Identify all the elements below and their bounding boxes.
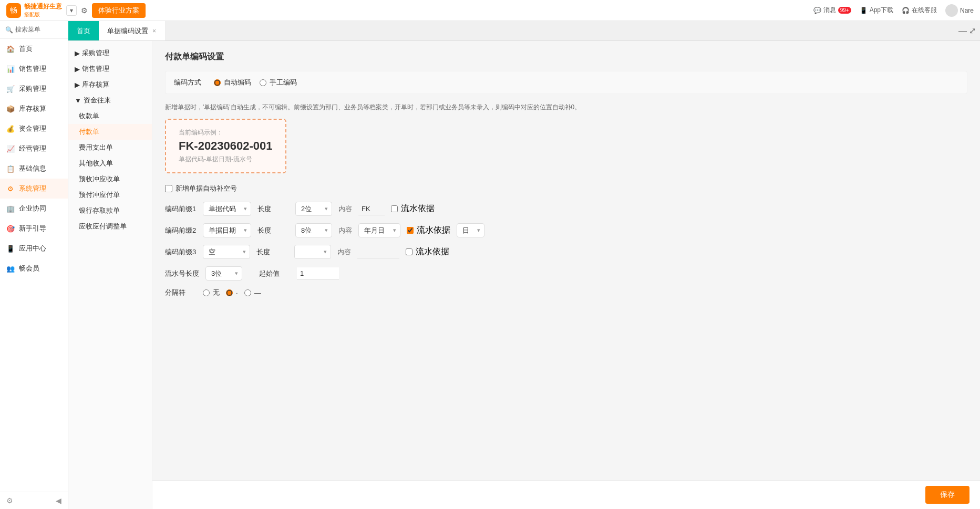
subnav-arrow-capital: ▼ <box>75 97 81 105</box>
prefix2-content-select[interactable]: 年月日 <box>358 223 400 237</box>
tab-document-code-settings[interactable]: 单据编码设置 × <box>99 21 166 40</box>
subnav-item-prepaid-offset[interactable]: 预收冲应收单 <box>68 171 152 187</box>
serial-length-select[interactable]: 3位 <box>205 266 242 281</box>
sidebar-search[interactable]: 🔍 搜索菜单 <box>0 21 68 39</box>
sidebar-item-member[interactable]: 👥 畅会员 <box>0 258 68 278</box>
subnav-item-bank[interactable]: 银行存取款单 <box>68 203 152 219</box>
prefix3-length-wrapper <box>294 245 331 259</box>
tab-minimize-button[interactable]: — <box>958 26 967 36</box>
online-service-button[interactable]: 🎧 在线客服 <box>902 6 937 15</box>
prefix1-flowing-checkbox[interactable] <box>391 205 398 212</box>
prefix1-content-input[interactable] <box>358 203 385 215</box>
prefix2-select-wrapper: 单据日期 <box>203 223 251 237</box>
operations-icon: 📈 <box>6 144 15 153</box>
settings-button[interactable]: ⚙ <box>81 6 88 15</box>
sidebar-item-basic[interactable]: 📋 基础信息 <box>0 159 68 179</box>
prefix2-flowing-checkbox[interactable] <box>407 227 414 234</box>
sidebar-footer-settings[interactable]: ⚙ <box>6 496 13 505</box>
subnav-group-sales[interactable]: ▶ 销售管理 <box>68 61 152 77</box>
sidebar-item-system[interactable]: ⚙ 系统管理 <box>0 179 68 199</box>
manual-code-radio[interactable] <box>260 79 266 86</box>
sidebar-collapse-button[interactable]: ◀ <box>56 496 61 505</box>
subnav-group-capital[interactable]: ▼ 资金往来 <box>68 92 152 108</box>
top-bar-left: 畅 畅捷通好生意 搭配版 ▾ ⚙ 体验行业方案 <box>6 2 146 18</box>
chevron-button[interactable]: ▾ <box>66 5 77 16</box>
sidebar-item-finance[interactable]: 💰 资金管理 <box>0 119 68 139</box>
sidebar-item-inventory[interactable]: 📦 库存核算 <box>0 99 68 119</box>
sidebar-item-enterprise[interactable]: 🏢 企业协同 <box>0 199 68 219</box>
prefix-row-2: 编码前缀2 单据日期 长度 8位 内容 <box>165 223 967 237</box>
subnav-item-receipts[interactable]: 收款单 <box>68 108 152 124</box>
prefix3-select[interactable]: 空 <box>203 245 250 259</box>
sidebar-item-apps[interactable]: 📱 应用中心 <box>0 238 68 258</box>
sep-dot-radio[interactable] <box>226 289 233 296</box>
tab-bar-actions: — ⤢ <box>954 26 980 36</box>
prefix3-flowing-check[interactable]: 流水依据 <box>406 246 449 257</box>
prefix2-content-select-wrapper: 年月日 <box>358 223 400 237</box>
prefix3-length-select[interactable] <box>294 245 331 259</box>
subnav-item-expenses[interactable]: 费用支出单 <box>68 140 152 155</box>
prefix1-select-wrapper: 单据代码 <box>203 202 251 216</box>
separator-row: 分隔符 无 · — <box>165 288 967 297</box>
subnav-item-prepayment-offset[interactable]: 预付冲应付单 <box>68 187 152 203</box>
subnav-group-inventory[interactable]: ▶ 库存核算 <box>68 77 152 92</box>
sep-dot-option[interactable]: · <box>226 289 238 297</box>
auto-fill-checkbox[interactable] <box>165 185 172 192</box>
sidebar-item-purchase[interactable]: 🛒 采购管理 <box>0 79 68 99</box>
sep-dash-option[interactable]: — <box>244 289 261 297</box>
page-title: 付款单编码设置 <box>165 51 967 63</box>
sep-dash-radio[interactable] <box>244 289 251 296</box>
purchase-icon: 🛒 <box>6 85 15 93</box>
user-menu[interactable]: Nare <box>945 4 974 17</box>
subnav-item-adjustment[interactable]: 应收应付调整单 <box>68 219 152 234</box>
subnav-group-purchase[interactable]: ▶ 采购管理 <box>68 45 152 61</box>
sidebar-item-operations[interactable]: 📈 经营管理 <box>0 139 68 159</box>
prefix2-length-wrapper: 8位 <box>295 223 332 237</box>
tab-close-button[interactable]: × <box>151 27 157 35</box>
prefix2-length-label: 长度 <box>257 226 289 235</box>
subnav-item-payments[interactable]: 付款单 <box>68 124 152 140</box>
auto-code-option[interactable]: 自动编码 <box>214 78 251 87</box>
main-panel: 付款单编码设置 编码方式 自动编码 手工编码 <box>152 41 980 480</box>
trial-button[interactable]: 体验行业方案 <box>92 3 146 18</box>
sep-none-radio[interactable] <box>203 289 210 296</box>
manual-code-option[interactable]: 手工编码 <box>260 78 297 87</box>
sidebar-item-home[interactable]: 🏠 首页 <box>0 39 68 59</box>
search-icon: 🔍 <box>5 26 13 34</box>
home-icon: 🏠 <box>6 45 15 53</box>
sales-icon: 📊 <box>6 65 15 73</box>
tab-bar: 首页 单据编码设置 × — ⤢ <box>68 21 980 41</box>
prefix3-content-input[interactable] <box>357 246 399 258</box>
subnav-item-other-income[interactable]: 其他收入单 <box>68 155 152 171</box>
prefix1-select[interactable]: 单据代码 <box>203 202 251 216</box>
prefix2-period-select[interactable]: 日 <box>457 223 484 237</box>
prefix2-content-label: 内容 <box>338 226 352 235</box>
prefix2-flowing-check[interactable]: 流水依据 <box>407 225 450 236</box>
system-icon: ⚙ <box>6 184 15 193</box>
sidebar-item-sales[interactable]: 📊 销售管理 <box>0 59 68 79</box>
prefix1-flowing-check[interactable]: 流水依据 <box>391 203 435 214</box>
content-area: 首页 单据编码设置 × — ⤢ ▶ 采购管理 ▶ 销售管理 <box>68 21 980 509</box>
prefix1-length-select[interactable]: 2位 <box>295 202 332 216</box>
app-icon: 📱 <box>860 7 868 14</box>
subnav-arrow-sales: ▶ <box>75 65 80 73</box>
app-download-button[interactable]: 📱 App下载 <box>860 6 893 15</box>
prefix3-flowing-checkbox[interactable] <box>406 248 412 255</box>
start-value-input[interactable] <box>297 267 339 280</box>
message-icon: 💬 <box>813 7 821 14</box>
save-button[interactable]: 保存 <box>925 486 969 504</box>
sep-none-option[interactable]: 无 <box>203 288 220 297</box>
message-button[interactable]: 💬 消息 99+ <box>813 6 851 15</box>
sidebar-item-newbie[interactable]: 🎯 新手引导 <box>0 219 68 238</box>
coding-method-label: 编码方式 <box>174 78 205 87</box>
prefix2-length-select[interactable]: 8位 <box>295 223 332 237</box>
tab-expand-button[interactable]: ⤢ <box>969 26 976 36</box>
prefix2-period-wrapper: 日 <box>457 223 484 237</box>
prefix2-select[interactable]: 单据日期 <box>203 223 251 237</box>
user-avatar <box>945 4 958 17</box>
prefix3-content-label: 内容 <box>337 247 351 257</box>
auto-code-radio[interactable] <box>214 79 221 86</box>
subnav-arrow-purchase: ▶ <box>75 49 80 57</box>
tab-home[interactable]: 首页 <box>68 21 99 40</box>
coding-method-radio-group: 编码方式 自动编码 手工编码 <box>174 78 958 87</box>
